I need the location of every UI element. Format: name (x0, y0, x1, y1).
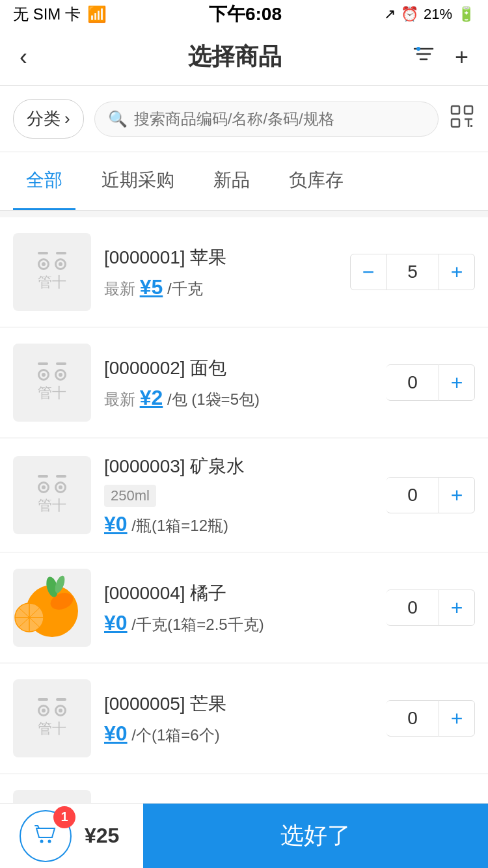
quantity-increase-0000001[interactable]: + (439, 254, 475, 290)
product-price: 最新 ¥5 /千克 (104, 275, 337, 299)
svg-rect-4 (452, 106, 459, 114)
status-bar: 无 SIM 卡 📶 下午6:08 ↗ ⏰ 21% 🔋 (0, 0, 488, 29)
svg-rect-6 (452, 119, 459, 127)
category-chevron: › (64, 109, 70, 129)
quantity-increase-0000002[interactable]: + (439, 364, 475, 401)
back-button[interactable]: ‹ (20, 44, 59, 71)
status-time: 下午6:08 (209, 2, 282, 27)
owl-placeholder: 管十 (38, 475, 66, 515)
page-title: 选择商品 (188, 41, 282, 73)
svg-point-20 (48, 839, 51, 843)
owl-placeholder: 管十 (38, 362, 66, 403)
product-image-0000001: 管十 (13, 233, 91, 311)
quantity-control-0000003: + (386, 477, 475, 513)
tabs: 全部 近期采购 新品 负库存 (0, 152, 488, 211)
battery-icon: 🔋 (457, 6, 475, 23)
sim-status: 无 SIM 卡 (13, 4, 81, 25)
search-input[interactable] (134, 110, 425, 128)
confirm-button[interactable]: 选好了 (143, 804, 488, 868)
tab-negative[interactable]: 负库存 (276, 152, 357, 210)
table-row: 管十 [0000003] 矿泉水 250ml ¥0 /瓶(1箱=12瓶) + (0, 439, 488, 552)
product-image-0000004 (13, 569, 91, 647)
search-bar: 分类 › 🔍 (0, 86, 488, 152)
svg-rect-5 (465, 106, 472, 114)
location-icon: ↗ (384, 6, 396, 23)
quantity-increase-0000004[interactable]: + (439, 590, 475, 626)
cart-total: ¥25 (85, 824, 119, 848)
category-label: 分类 (27, 107, 61, 130)
tab-new[interactable]: 新品 (200, 152, 263, 210)
svg-rect-9 (470, 125, 472, 127)
search-input-wrap: 🔍 (94, 102, 439, 137)
product-list: 管十 [0000001] 苹果 最新 ¥5 /千克 − + 管十 (0, 217, 488, 868)
quantity-control-0000002: + (386, 364, 475, 401)
product-info-0000004: [0000004] 橘子 ¥0 /千克(1箱=2.5千克) (104, 581, 373, 635)
tab-all[interactable]: 全部 (13, 152, 75, 210)
category-button[interactable]: 分类 › (13, 99, 84, 139)
product-name: [0000005] 芒果 (104, 692, 373, 716)
quantity-input-0000003[interactable] (386, 477, 439, 513)
product-price: ¥0 /瓶(1箱=12瓶) (104, 512, 373, 536)
product-name: [0000002] 面包 (104, 356, 373, 381)
add-button[interactable]: + (455, 44, 468, 71)
nav-bar: ‹ 选择商品 + (0, 29, 488, 86)
wifi-icon: 📶 (87, 5, 107, 23)
quantity-increase-0000003[interactable]: + (439, 477, 475, 513)
quantity-control-0000001: − + (350, 254, 475, 290)
quantity-decrease-0000001[interactable]: − (350, 254, 386, 290)
table-row: 管十 [0000001] 苹果 最新 ¥5 /千克 − + (0, 217, 488, 327)
product-spec: 250ml (104, 485, 156, 507)
battery-percent: 21% (424, 6, 452, 23)
owl-placeholder: 管十 (38, 252, 66, 292)
cart-section: 1 ¥25 (0, 810, 143, 862)
product-info-0000001: [0000001] 苹果 最新 ¥5 /千克 (104, 245, 337, 299)
product-name: [0000001] 苹果 (104, 245, 337, 270)
quantity-control-0000005: + (386, 700, 475, 737)
product-name: [0000004] 橘子 (104, 581, 373, 606)
product-info-0000005: [0000005] 芒果 ¥0 /个(1箱=6个) (104, 692, 373, 746)
quantity-input-0000004[interactable] (386, 590, 439, 626)
quantity-control-0000004: + (386, 590, 475, 626)
svg-point-19 (40, 839, 44, 843)
quantity-input-0000002[interactable] (386, 364, 439, 401)
product-image-0000003: 管十 (13, 456, 91, 534)
cart-badge: 1 (53, 806, 75, 828)
quantity-increase-0000005[interactable]: + (439, 700, 475, 737)
product-price: ¥0 /个(1箱=6个) (104, 722, 373, 746)
status-left: 无 SIM 卡 📶 (13, 4, 107, 25)
search-icon: 🔍 (108, 110, 128, 128)
owl-placeholder: 管十 (38, 698, 66, 739)
quantity-input-0000005[interactable] (386, 700, 439, 737)
cart-button[interactable]: 1 (20, 810, 72, 862)
table-row: 管十 [0000005] 芒果 ¥0 /个(1箱=6个) + (0, 664, 488, 773)
table-row: [0000004] 橘子 ¥0 /千克(1箱=2.5千克) + (0, 553, 488, 662)
bottom-bar: 1 ¥25 选好了 (0, 803, 488, 868)
scan-button[interactable] (449, 103, 475, 135)
quantity-input-0000001[interactable] (386, 254, 439, 290)
filter-icon[interactable] (412, 42, 435, 72)
svg-point-3 (416, 47, 420, 51)
product-image-0000002: 管十 (13, 344, 91, 422)
product-name: [0000003] 矿泉水 (104, 454, 373, 479)
tab-recent[interactable]: 近期采购 (88, 152, 187, 210)
product-image-0000005: 管十 (13, 679, 91, 757)
nav-actions: + (412, 42, 468, 72)
product-price: ¥0 /千克(1箱=2.5千克) (104, 611, 373, 635)
table-row: 管十 [0000002] 面包 最新 ¥2 /包 (1袋=5包) + (0, 328, 488, 437)
product-info-0000003: [0000003] 矿泉水 250ml ¥0 /瓶(1箱=12瓶) (104, 454, 373, 536)
alarm-icon: ⏰ (401, 6, 418, 23)
product-info-0000002: [0000002] 面包 最新 ¥2 /包 (1袋=5包) (104, 356, 373, 410)
status-right: ↗ ⏰ 21% 🔋 (384, 6, 475, 23)
product-price: 最新 ¥2 /包 (1袋=5包) (104, 386, 373, 410)
